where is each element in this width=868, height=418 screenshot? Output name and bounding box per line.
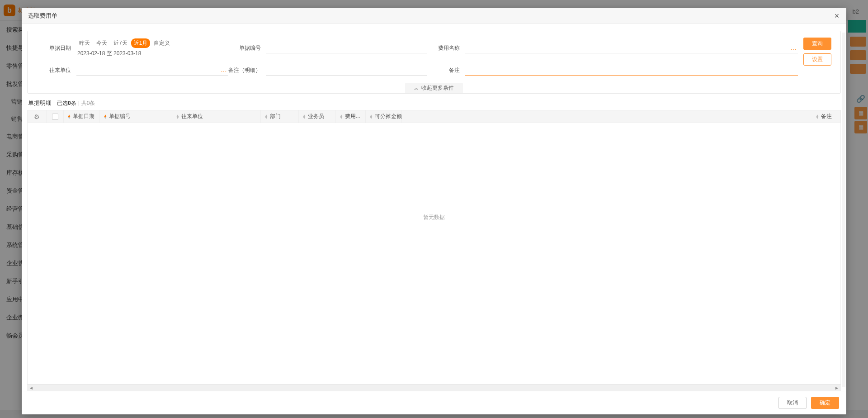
scroll-right-icon: ► — [835, 385, 839, 390]
scroll-left-icon: ◄ — [29, 385, 33, 390]
query-button[interactable]: 查询 — [803, 38, 831, 50]
modal-header: 选取费用单 × — [22, 8, 846, 24]
party-input[interactable] — [76, 65, 228, 76]
party-picker-icon[interactable]: … — [221, 66, 227, 73]
settings-button[interactable]: 设置 — [803, 53, 831, 66]
fee-name-input[interactable] — [465, 43, 798, 53]
date-chip-yesterday[interactable]: 昨天 — [76, 38, 93, 48]
date-chip-custom[interactable]: 自定义 — [151, 38, 173, 48]
collapse-filters-button[interactable]: ︽ 收起更多条件 — [405, 83, 463, 93]
select-all-checkbox-cell — [47, 110, 64, 123]
selected-count: 已选0条 — [57, 100, 76, 107]
sort-icon: ▲▼ — [302, 114, 306, 119]
date-range-text: 2023-02-18 至 2023-03-18 — [76, 50, 228, 57]
modal-vertical-scrollbar[interactable] — [842, 33, 845, 387]
sort-icon: ▲▼ — [340, 114, 343, 119]
fee-name-label: 费用名称 — [427, 44, 465, 52]
close-icon[interactable]: × — [832, 11, 842, 21]
fee-name-picker-icon[interactable]: … — [790, 44, 797, 51]
separator: | — [78, 100, 80, 106]
filter-panel: 查询 设置 单据日期 昨天 今天 近7天 近1月 自定义 202 — [27, 31, 841, 94]
date-chip-today[interactable]: 今天 — [94, 38, 110, 48]
sort-icon: ▲▼ — [369, 114, 373, 119]
remark-label: 备注 — [427, 66, 465, 74]
chevron-up-icon: ︽ — [414, 85, 419, 91]
sort-icon: ▲▼ — [176, 114, 179, 119]
sort-icon: ▲▼ — [67, 114, 71, 119]
col-header-unit[interactable]: ▲▼ 往来单位 — [172, 110, 261, 123]
confirm-button[interactable]: 确定 — [811, 397, 839, 409]
filter-actions: 查询 设置 — [803, 38, 831, 66]
col-header-operator[interactable]: ▲▼ 业务员 — [299, 110, 336, 123]
doc-no-input[interactable] — [266, 43, 427, 53]
col-header-amount[interactable]: ▲▼ 可分摊金额 — [366, 110, 402, 123]
cancel-button[interactable]: 取消 — [778, 397, 807, 409]
section-header: 单据明细 已选0条 | 共0条 — [28, 99, 841, 107]
col-header-dept[interactable]: ▲▼ 部门 — [261, 110, 299, 123]
doc-no-label: 单据编号 — [228, 44, 266, 52]
date-chip-1month[interactable]: 近1月 — [131, 38, 151, 48]
remark-detail-input[interactable] — [266, 65, 427, 76]
select-all-checkbox[interactable] — [52, 114, 58, 120]
modal-title: 选取费用单 — [28, 12, 57, 20]
results-table: ⚙ ▲▼ 单据日期 ▲▼ 单据编号 ▲▼ 往来单位 ▲▼ 部门 — [27, 110, 841, 385]
sort-icon: ▲▼ — [104, 114, 107, 119]
select-expense-modal: 选取费用单 × 查询 设置 单据日期 昨天 今天 近7天 近1月 — [22, 8, 846, 414]
section-title: 单据明细 — [28, 99, 52, 107]
doc-date-label: 单据日期 — [38, 44, 76, 52]
remark-detail-label: 备注（明细） — [228, 66, 266, 74]
party-label: 往来单位 — [38, 66, 76, 74]
col-header-fee[interactable]: ▲▼ 费用... — [336, 110, 366, 123]
sort-icon: ▲▼ — [264, 114, 268, 119]
table-horizontal-scrollbar[interactable]: ◄ ► — [27, 385, 841, 391]
col-header-remark[interactable]: ▲▼ 备注 — [402, 110, 840, 123]
date-chip-group: 昨天 今天 近7天 近1月 自定义 — [76, 38, 228, 48]
total-count: 共0条 — [81, 100, 95, 107]
date-chip-7days[interactable]: 近7天 — [111, 38, 130, 48]
gear-icon: ⚙ — [34, 113, 40, 120]
remark-input[interactable] — [465, 65, 798, 76]
table-header-row: ⚙ ▲▼ 单据日期 ▲▼ 单据编号 ▲▼ 往来单位 ▲▼ 部门 — [28, 110, 840, 123]
modal-footer: 取消 确定 — [22, 391, 846, 414]
col-header-docno[interactable]: ▲▼ 单据编号 — [100, 110, 172, 123]
collapse-label: 收起更多条件 — [421, 84, 454, 92]
column-settings-button[interactable]: ⚙ — [28, 110, 47, 123]
sort-icon: ▲▼ — [816, 114, 819, 119]
col-header-date[interactable]: ▲▼ 单据日期 — [64, 110, 100, 123]
empty-state-message: 暂无数据 — [28, 123, 840, 312]
modal-body: 查询 设置 单据日期 昨天 今天 近7天 近1月 自定义 202 — [22, 24, 846, 391]
